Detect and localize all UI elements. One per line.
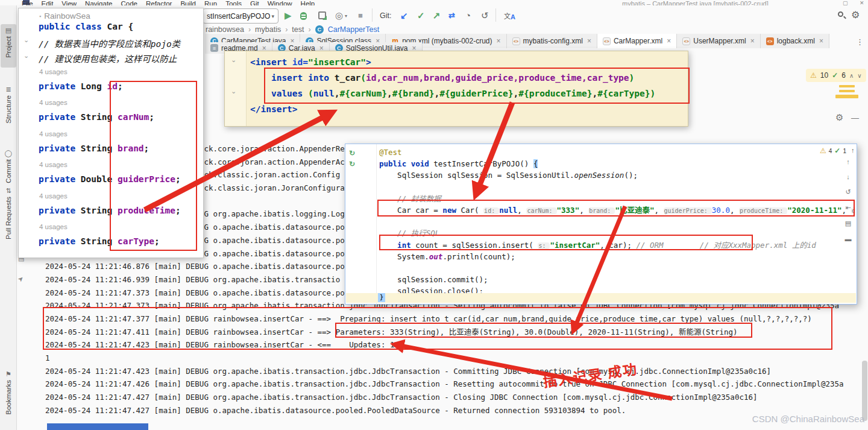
- stop-button[interactable]: ■: [358, 10, 363, 21]
- console-line: 2024-05-24 11:21:47.427 [main] DEBUG org…: [45, 391, 868, 404]
- git-sync-icon[interactable]: ⇄: [448, 10, 455, 21]
- breadcrumb-item[interactable]: mybatis: [255, 25, 281, 34]
- code-segment: id=: [287, 57, 308, 67]
- popup-inspections-widget[interactable]: ⚠ 4 ✓ 1: [820, 147, 846, 155]
- settings-gear-icon[interactable]: ⚙: [851, 9, 860, 21]
- history-icon[interactable]: ◔: [465, 10, 471, 21]
- usages-inlay[interactable]: 4 usages: [39, 99, 68, 106]
- run-button[interactable]: ▶: [285, 10, 292, 21]
- test-class-popup: ↻ ↻ @Test public void testInsertCarByPOJ…: [345, 144, 857, 305]
- menu-item[interactable]: Window: [268, 0, 292, 5]
- test-code[interactable]: @Test public void testInsertCarByPOJO() …: [379, 147, 855, 304]
- scrollbar-thumb[interactable]: [862, 361, 867, 421]
- pin-icon[interactable]: ➤: [16, 274, 26, 284]
- run-with-coverage-button[interactable]: [318, 11, 326, 19]
- fold-icon[interactable]: ⌄: [24, 36, 29, 44]
- xml-file-icon: [682, 37, 690, 45]
- window-close-icon[interactable]: ✕: [860, 0, 864, 6]
- sidebar-item-commit[interactable]: ◯ Commit: [1, 147, 16, 186]
- author-inlay[interactable]: ▪ RainbowSea: [39, 11, 90, 21]
- usages-inlay[interactable]: 4 usages: [39, 223, 68, 230]
- warning-count: 10: [820, 71, 828, 80]
- window-minimize-icon[interactable]: ▢: [843, 0, 848, 6]
- toolbar-icon[interactable]: ↓: [844, 173, 852, 180]
- commit-icon: ◯: [5, 150, 12, 157]
- code-segment: sqlSession.commit();: [379, 275, 488, 284]
- menu-item[interactable]: Git: [250, 0, 259, 5]
- close-icon[interactable]: ×: [587, 37, 591, 45]
- tab-label: CarMapper.xml: [614, 37, 662, 45]
- menu-item[interactable]: Refactor: [146, 0, 172, 5]
- code-line: [379, 262, 855, 274]
- tab-mybatis-config.xml[interactable]: mybatis-config.xml×: [507, 34, 597, 48]
- fold-icon[interactable]: ⌄: [231, 56, 236, 64]
- search-icon[interactable]: [838, 11, 843, 17]
- git-update-icon[interactable]: ↙: [400, 10, 408, 21]
- tab-CarMapper.xml[interactable]: CarMapper.xml×: [597, 34, 677, 48]
- menu-item[interactable]: Code: [121, 0, 137, 5]
- breadcrumb-item[interactable]: rainbowsea: [206, 25, 244, 34]
- menu-item[interactable]: Run: [204, 0, 217, 5]
- sidebar-item-pull-requests[interactable]: ⇅ Pull Requests: [1, 185, 16, 242]
- inspections-widget[interactable]: ⚠ 10 ✓ 6 ∧ ∨: [806, 69, 866, 82]
- translate-icon[interactable]: 文: [504, 11, 511, 21]
- code-segment: SqlSession sqlSession = SqlSessionUtil.: [379, 171, 574, 180]
- code-segment: Long: [81, 81, 107, 91]
- run-test-gutter-icon[interactable]: ↻: [349, 160, 355, 168]
- breadcrumb-separator: ›: [285, 25, 288, 34]
- minimize-icon[interactable]: —: [851, 113, 859, 122]
- prev-issue-icon[interactable]: ∧: [849, 72, 854, 79]
- menu-item[interactable]: File: [22, 0, 33, 5]
- scroll-top-icon[interactable]: ↑: [851, 147, 855, 154]
- fold-icon[interactable]: ⌄: [231, 87, 236, 95]
- usages-inlay[interactable]: 4 usages: [39, 161, 68, 168]
- tab-logback.xml[interactable]: logback.xml×: [761, 34, 829, 48]
- menu-item[interactable]: Build: [180, 0, 196, 5]
- fold-icon[interactable]: ⌄: [24, 52, 29, 60]
- usages-inlay[interactable]: 4 usages: [39, 192, 68, 200]
- annotation-box-parameters: [335, 323, 752, 338]
- run-configuration-label: stInsertCarByPOJO: [207, 12, 270, 21]
- toolbar-icon[interactable]: ↺: [844, 188, 852, 196]
- run-configuration-select[interactable]: stInsertCarByPOJO ▾: [203, 8, 278, 24]
- rollback-icon[interactable]: ↺: [481, 10, 489, 21]
- code-segment: "insertCar": [308, 57, 366, 67]
- usages-inlay[interactable]: 4 usages: [39, 68, 68, 75]
- close-icon[interactable]: ×: [497, 37, 501, 45]
- tab-UserMapper.xml[interactable]: UserMapper.xml×: [677, 34, 760, 48]
- console-settings-gear-icon[interactable]: ⚙: [835, 112, 843, 123]
- git-push-icon[interactable]: ↗: [433, 10, 441, 21]
- menu-item[interactable]: View: [61, 0, 77, 5]
- close-icon[interactable]: ×: [667, 37, 671, 45]
- sidebar-item-bookmarks[interactable]: ⚑ Bookmarks: [1, 368, 16, 419]
- close-icon[interactable]: ×: [819, 37, 823, 45]
- profiler-caret-icon[interactable]: ▾: [345, 13, 347, 19]
- breadcrumb-target[interactable]: CarMapperTest: [328, 25, 379, 34]
- translate-icon-a[interactable]: A: [511, 13, 515, 21]
- toolbar-icon[interactable]: ▤: [844, 220, 852, 227]
- profiler-button[interactable]: ◎: [335, 10, 343, 21]
- toolbar-icon[interactable]: ↑: [844, 158, 852, 165]
- next-issue-icon[interactable]: ∨: [857, 72, 861, 79]
- menu-item[interactable]: Navigate: [85, 0, 112, 5]
- code-segment: private: [39, 206, 81, 215]
- run-test-gutter-icon[interactable]: ↻: [349, 149, 355, 157]
- breadcrumb-item[interactable]: test: [292, 25, 304, 34]
- sidebar-item-project[interactable]: ▤ Project: [1, 24, 16, 68]
- usages-inlay[interactable]: 4 usages: [39, 130, 68, 138]
- console-line: 2024-05-24 11:21:47.423 [main] DEBUG org…: [45, 365, 868, 378]
- debug-button[interactable]: [300, 12, 307, 20]
- close-icon[interactable]: ×: [750, 37, 755, 45]
- sidebar-item-structure[interactable]: ≣ Structure: [1, 83, 16, 130]
- code-segment: private: [39, 81, 81, 91]
- more-tabs-icon[interactable]: ⋮: [856, 37, 864, 46]
- menu-item[interactable]: Help: [301, 0, 315, 5]
- toolbar-icon[interactable]: ▬: [844, 235, 852, 242]
- menu-item[interactable]: Edit: [42, 0, 54, 5]
- git-label: Git:: [380, 11, 391, 20]
- git-commit-icon[interactable]: ✓: [417, 10, 425, 21]
- menu-item[interactable]: Tools: [225, 0, 242, 5]
- annotation-box-new-car: [377, 200, 855, 217]
- editor-gutter: ⌄ ⌄: [225, 51, 247, 126]
- warning-count: 4: [829, 148, 832, 154]
